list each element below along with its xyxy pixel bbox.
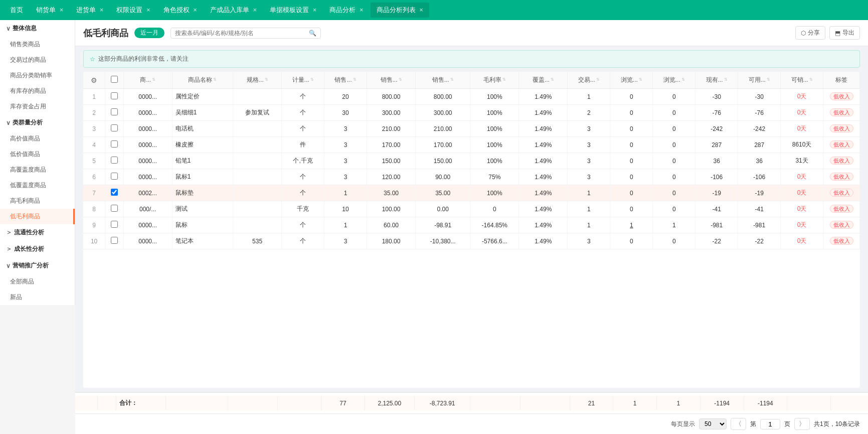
nav-analysis[interactable]: 商品分析 ×: [323, 3, 369, 18]
sort-sales-qty-icon[interactable]: ⇅: [353, 78, 357, 81]
col-trade[interactable]: 交易...⇅: [568, 72, 610, 89]
row-checkbox[interactable]: [111, 205, 118, 212]
browse1-link[interactable]: 1: [630, 222, 633, 229]
close-sales-icon[interactable]: ×: [60, 6, 64, 14]
row-checkbox[interactable]: [111, 157, 118, 164]
sort-sales-price-icon[interactable]: ⇅: [399, 78, 402, 81]
sidebar-item-high-coverage[interactable]: 高覆盖度商品: [0, 162, 75, 178]
col-coverage[interactable]: 覆盖...⇅: [519, 72, 568, 89]
sidebar-group-cluster-title[interactable]: ∨ 类群量分析: [0, 114, 75, 131]
sort-spec-icon[interactable]: ⇅: [265, 78, 268, 81]
nav-purchase[interactable]: 进货单 ×: [70, 3, 109, 18]
nav-roles[interactable]: 角色授权 ×: [157, 3, 203, 18]
row-checkbox[interactable]: [111, 124, 118, 131]
row-checkbox[interactable]: [111, 108, 118, 115]
sort-sales-amount-icon[interactable]: ⇅: [450, 78, 454, 81]
col-unit[interactable]: 计量...⇅: [282, 72, 324, 89]
next-page-button[interactable]: 〉: [794, 418, 810, 430]
sidebar-item-sales-goods[interactable]: 销售类商品: [0, 37, 75, 52]
row-name[interactable]: 鼠标1: [172, 169, 233, 185]
settings-icon[interactable]: ⚙: [91, 76, 97, 84]
row-coverage: 1.49%: [519, 169, 568, 185]
col-current[interactable]: 现有...⇅: [696, 72, 738, 89]
sort-name-icon[interactable]: ⇅: [213, 78, 217, 81]
row-name[interactable]: 电话机: [172, 121, 233, 137]
sort-current-icon[interactable]: ⇅: [724, 78, 728, 81]
sort-available-icon[interactable]: ⇅: [767, 78, 770, 81]
nav-template[interactable]: 单据模板设置 ×: [264, 3, 322, 18]
sort-code-icon[interactable]: ⇅: [152, 78, 155, 81]
row-checkbox[interactable]: [111, 189, 118, 196]
search-input[interactable]: [175, 30, 309, 37]
row-checkbox[interactable]: [111, 173, 118, 180]
col-saleable[interactable]: 可销...⇅: [781, 72, 823, 89]
row-name[interactable]: 吴细细1: [172, 105, 233, 121]
close-template-icon[interactable]: ×: [313, 6, 317, 14]
nav-permissions[interactable]: 权限设置 ×: [110, 3, 156, 18]
sidebar-item-high-margin[interactable]: 高毛利商品: [0, 193, 75, 209]
sidebar-item-low-margin[interactable]: 低毛利商品: [0, 209, 75, 224]
prev-page-button[interactable]: 〈: [731, 418, 746, 430]
close-analysis-list-icon[interactable]: ×: [419, 6, 423, 14]
nav-home[interactable]: 首页: [4, 3, 29, 18]
col-sales-amount[interactable]: 销售...⇅: [416, 72, 470, 89]
col-available[interactable]: 可用...⇅: [738, 72, 781, 89]
row-checkbox-cell: [105, 217, 123, 233]
row-name[interactable]: 鼠标垫: [172, 185, 233, 201]
page-size-select[interactable]: 50 100 200: [699, 418, 727, 429]
close-analysis-icon[interactable]: ×: [360, 6, 364, 14]
sort-trade-icon[interactable]: ⇅: [596, 78, 600, 81]
nav-analysis-list[interactable]: 商品分析列表 ×: [371, 3, 429, 18]
col-code[interactable]: 商...⇅: [123, 72, 172, 89]
share-button[interactable]: ⬡ 分享: [795, 26, 825, 40]
close-purchase-icon[interactable]: ×: [100, 6, 104, 14]
sidebar-item-category-rate[interactable]: 商品分类助销率: [0, 68, 75, 83]
col-spec[interactable]: 规格...⇅: [233, 72, 282, 89]
sort-unit-icon[interactable]: ⇅: [310, 78, 314, 81]
sort-coverage-icon[interactable]: ⇅: [551, 78, 554, 81]
sidebar-item-traded-goods[interactable]: 交易过的商品: [0, 52, 75, 68]
sidebar-group-growth-title[interactable]: ＞ 成长性分析: [0, 241, 75, 257]
sort-browse2-icon[interactable]: ⇅: [681, 78, 685, 81]
row-name[interactable]: 橡皮擦: [172, 137, 233, 153]
row-name[interactable]: 笔记本: [172, 233, 233, 249]
col-settings[interactable]: ⚙: [83, 72, 105, 89]
close-permissions-icon[interactable]: ×: [146, 6, 150, 14]
sidebar-item-high-value[interactable]: 高价值商品: [0, 131, 75, 147]
col-gross-rate[interactable]: 毛利率⇅: [470, 72, 519, 89]
sort-browse1-icon[interactable]: ⇅: [639, 78, 642, 81]
sort-gross-rate-icon[interactable]: ⇅: [502, 78, 506, 81]
row-name[interactable]: 属性定价: [172, 89, 233, 105]
nav-product-entry[interactable]: 产成品入库单 ×: [204, 3, 263, 18]
col-sales-qty[interactable]: 销售...⇅: [324, 72, 367, 89]
sidebar-group-overview-title[interactable]: ∨ 整体信息: [0, 20, 75, 37]
sidebar-item-new-goods[interactable]: 新品: [0, 290, 75, 305]
row-name[interactable]: 测试: [172, 201, 233, 217]
row-checkbox[interactable]: [111, 140, 118, 148]
sidebar-item-stocked-goods[interactable]: 有库存的商品: [0, 83, 75, 99]
col-browse2[interactable]: 浏览...⇅: [653, 72, 696, 89]
row-name[interactable]: 铅笔1: [172, 153, 233, 169]
row-checkbox[interactable]: [111, 237, 118, 244]
col-sales-price[interactable]: 销售...⇅: [367, 72, 415, 89]
sidebar-item-low-value[interactable]: 低价值商品: [0, 147, 75, 162]
col-browse1[interactable]: 浏览...⇅: [610, 72, 653, 89]
row-checkbox[interactable]: [111, 221, 118, 228]
sidebar-item-stock-capital[interactable]: 库存资金占用: [0, 99, 75, 114]
select-all-checkbox[interactable]: [111, 76, 118, 83]
close-roles-icon[interactable]: ×: [193, 6, 197, 14]
page-number-input[interactable]: [760, 419, 780, 429]
search-icon[interactable]: 🔍: [309, 30, 316, 37]
sidebar-group-flow-title[interactable]: ＞ 流通性分析: [0, 224, 75, 241]
export-button[interactable]: ⬒ 导出: [829, 26, 860, 40]
row-checkbox[interactable]: [111, 92, 118, 99]
sidebar-item-all-goods[interactable]: 全部商品: [0, 274, 75, 290]
sidebar-item-low-coverage[interactable]: 低覆盖度商品: [0, 178, 75, 193]
close-product-entry-icon[interactable]: ×: [253, 6, 257, 14]
sort-saleable-icon[interactable]: ⇅: [809, 78, 813, 81]
nav-sales[interactable]: 销货单 ×: [30, 3, 69, 18]
row-name[interactable]: 鼠标: [172, 217, 233, 233]
sidebar-group-marketing-title[interactable]: ∨ 营销推广分析: [0, 257, 75, 274]
col-name[interactable]: 商品名称⇅: [172, 72, 233, 89]
filter-month-button[interactable]: 近一月: [134, 28, 164, 38]
